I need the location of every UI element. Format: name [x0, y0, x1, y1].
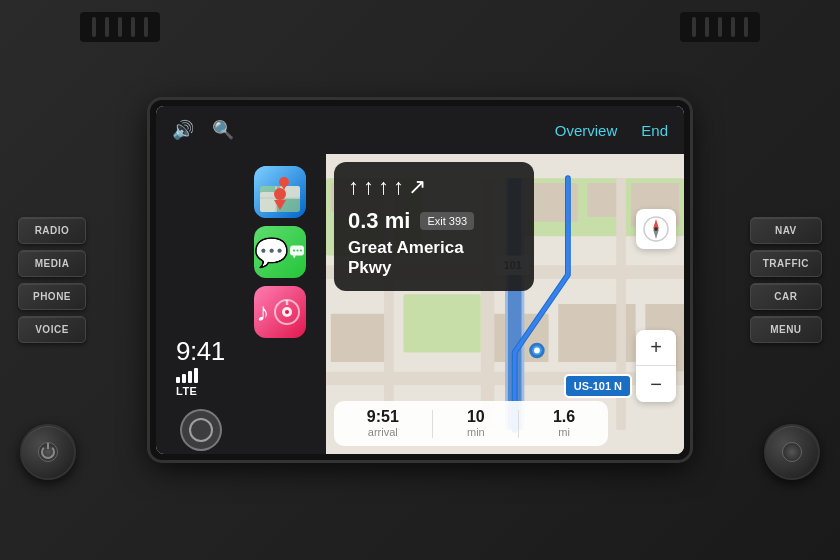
top-bar-left: 🔊 🔍 — [172, 119, 234, 141]
zoom-in-button[interactable]: + — [636, 330, 676, 366]
minutes-label: min — [467, 426, 485, 438]
nav-arrow-1: ↑ — [348, 174, 359, 200]
bottom-info-bar: 9:51 arrival 10 min 1.6 mi — [334, 401, 608, 446]
lte-label: LTE — [176, 385, 197, 397]
svg-rect-2 — [260, 192, 276, 212]
vent-top-left — [80, 12, 160, 42]
phone-button[interactable]: PHONE — [18, 283, 86, 310]
highway-badge: US-101 N — [564, 374, 632, 398]
messages-icon-svg — [289, 235, 306, 269]
map-area: 101 ↑ ↑ ↑ ↑ ↗ — [326, 154, 684, 454]
right-side-buttons: NAV TRAFFIC CAR MENU — [750, 217, 822, 343]
signal-bar-2 — [182, 374, 186, 383]
vent-top-right — [680, 12, 760, 42]
compass-svg — [642, 215, 670, 243]
radio-button[interactable]: RADIO — [18, 217, 86, 244]
svg-point-41 — [534, 348, 540, 354]
app-icons — [172, 166, 310, 338]
power-button[interactable] — [38, 442, 58, 462]
screen-bezel: 🔊 🔍 Overview End — [150, 100, 690, 460]
maps-app-icon[interactable] — [254, 166, 306, 218]
zoom-out-button[interactable]: − — [636, 366, 676, 402]
voice-button[interactable]: VOICE — [18, 316, 86, 343]
left-knob[interactable] — [20, 424, 76, 480]
nav-arrow-4: ↑ — [393, 174, 404, 200]
music-icon-svg — [270, 295, 304, 329]
miles-value: 1.6 — [553, 409, 575, 425]
zoom-controls: + − — [636, 330, 676, 402]
svg-rect-20 — [403, 294, 480, 352]
exit-badge: Exit 393 — [420, 212, 474, 230]
svg-point-45 — [654, 227, 658, 231]
search-icon[interactable]: 🔍 — [212, 119, 234, 141]
right-knob[interactable] — [764, 424, 820, 480]
distance-value: 0.3 mi — [348, 208, 410, 234]
car-button[interactable]: CAR — [750, 283, 822, 310]
svg-point-10 — [293, 250, 295, 252]
nav-button[interactable]: NAV — [750, 217, 822, 244]
signal-bar-3 — [188, 371, 192, 383]
left-sidebar: 9:41 LTE — [156, 154, 326, 454]
svg-rect-26 — [331, 314, 389, 362]
street-name: Great AmericaPkwy — [348, 238, 520, 279]
end-button[interactable]: End — [641, 122, 668, 139]
miles-stat: 1.6 mi — [553, 409, 575, 438]
media-button[interactable]: MEDIA — [18, 250, 86, 277]
car-unit: RADIO MEDIA PHONE VOICE NAV TRAFFIC CAR … — [0, 0, 840, 560]
signal-bar-4 — [194, 368, 198, 383]
messages-app-icon[interactable] — [254, 226, 306, 278]
top-bar: 🔊 🔍 Overview End — [156, 106, 684, 154]
menu-button[interactable]: MENU — [750, 316, 822, 343]
signal-bars — [176, 368, 198, 383]
main-content: 9:41 LTE — [156, 154, 684, 454]
minutes-stat: 10 min — [467, 409, 485, 438]
nav-arrow-3: ↑ — [378, 174, 389, 200]
arrival-time: 9:51 — [367, 409, 399, 425]
status-area: 9:41 LTE — [172, 338, 310, 451]
nav-arrow-2: ↑ — [363, 174, 374, 200]
home-button[interactable] — [180, 409, 222, 451]
music-app-icon[interactable] — [254, 286, 306, 338]
minutes-value: 10 — [467, 409, 485, 425]
carplay-screen: 🔊 🔍 Overview End — [156, 106, 684, 454]
arrival-label: arrival — [368, 426, 398, 438]
svg-marker-9 — [293, 256, 296, 259]
nav-arrow-5: ↗ — [408, 174, 426, 200]
divider-1 — [432, 410, 433, 438]
signal-bar-1 — [176, 377, 180, 383]
divider-2 — [518, 410, 519, 438]
arrow-row: ↑ ↑ ↑ ↑ ↗ — [348, 174, 520, 200]
right-knob-inner — [782, 442, 802, 462]
traffic-button[interactable]: TRAFFIC — [750, 250, 822, 277]
maps-icon-svg — [254, 166, 306, 218]
distance-row: 0.3 mi Exit 393 — [348, 208, 520, 234]
time-display: 9:41 — [176, 338, 225, 364]
compass-control[interactable] — [636, 209, 676, 249]
arrival-stat: 9:51 arrival — [367, 409, 399, 438]
miles-label: mi — [558, 426, 570, 438]
volume-icon[interactable]: 🔊 — [172, 119, 194, 141]
nav-card: ↑ ↑ ↑ ↑ ↗ 0.3 mi Exit 393 Great AmericaP… — [334, 162, 534, 291]
svg-point-11 — [297, 250, 299, 252]
svg-point-12 — [300, 250, 302, 252]
top-bar-right: Overview End — [555, 122, 668, 139]
home-button-inner — [189, 418, 213, 442]
svg-point-15 — [285, 310, 289, 314]
overview-button[interactable]: Overview — [555, 122, 618, 139]
left-side-buttons: RADIO MEDIA PHONE VOICE — [18, 217, 86, 343]
